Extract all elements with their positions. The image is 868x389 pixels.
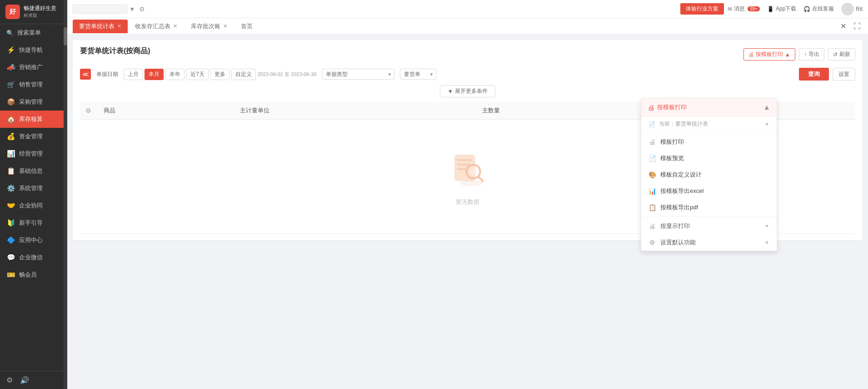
tab-inventory-batch[interactable]: 库存批次账✕ xyxy=(185,20,234,33)
tab-close-all[interactable]: ✕ xyxy=(838,21,848,31)
tab-label-inventory-batch: 库存批次账 xyxy=(191,22,220,30)
topbar-online-service[interactable]: 🎧 在线客服 xyxy=(803,5,834,13)
date-btn-this-year[interactable]: 本年 xyxy=(165,69,185,80)
dropdown-item-default-settings[interactable]: ⚙ 设置默认功能 ▼ xyxy=(641,234,777,251)
date-btn-this-month[interactable]: 本月 xyxy=(145,69,164,80)
dropdown-current-template[interactable]: 📄 当前：要货单统计表 ▼ xyxy=(641,116,777,131)
tab-home[interactable]: 首页 xyxy=(234,20,259,33)
topbar-user[interactable]: Rit xyxy=(841,3,863,15)
export-button[interactable]: ↑ 导出 xyxy=(799,48,824,61)
topbar: ▼ ⚙ 体验行业方案 ✉ 消息 99+ 📱 App下载 🎧 在线客服 Rit xyxy=(67,0,868,18)
sidebar-item-guide[interactable]: 🔰 新手引导 xyxy=(0,214,64,232)
export-label: 导出 xyxy=(808,51,819,58)
empty-state-icon xyxy=(445,147,490,192)
dropdown-header: 🖨 按模板打印 ▲ xyxy=(641,99,777,116)
message-label: 消息 xyxy=(734,5,745,13)
sound-bottom-icon[interactable]: 🔊 xyxy=(20,376,29,384)
print-btn-wrapper: 🖨 按模板打印 ▲ xyxy=(743,48,795,61)
sidebar-item-purchase[interactable]: 📦 采购管理 xyxy=(0,93,64,111)
display-print-label: 按显示打印 xyxy=(660,222,690,230)
display-print-icon: 🖨 xyxy=(649,222,656,230)
th-unit: 主计量单位 xyxy=(234,102,477,120)
order-goods-select[interactable]: 要货单 xyxy=(400,69,436,80)
current-template-label: 当前：要货单统计表 xyxy=(659,120,708,128)
topbar-message[interactable]: ✉ 消息 99+ xyxy=(728,5,760,13)
topbar-settings-icon[interactable]: ▼ xyxy=(129,5,135,13)
table-settings-gear[interactable]: ⚙ xyxy=(85,107,91,114)
print-label: 按模板打印 xyxy=(756,51,783,58)
dropdown-divider-1 xyxy=(641,132,777,133)
export-pdf-label: 按模板导出pdf xyxy=(660,203,698,212)
refresh-icon: ↺ xyxy=(833,51,838,58)
dropdown-item-template-preview[interactable]: 📄 模板预览 xyxy=(641,150,777,167)
svg-rect-1 xyxy=(454,155,475,181)
collapse-filter-button[interactable]: ≪ xyxy=(80,69,91,80)
topbar-search-input[interactable] xyxy=(73,5,127,14)
sidebar-item-marketing[interactable]: 📣 营销推广 xyxy=(0,59,64,76)
sidebar-search[interactable]: 🔍 搜索菜单 xyxy=(0,24,64,41)
settings-button[interactable]: 设置 xyxy=(833,68,855,81)
dropdown-divider-2 xyxy=(641,217,777,217)
tab-close-inventory-batch[interactable]: ✕ xyxy=(223,23,227,29)
nav-icon-finance: 💰 xyxy=(6,132,15,141)
nav-icon-enterprise: 🤝 xyxy=(6,202,15,210)
sidebar-item-system[interactable]: ⚙️ 系统管理 xyxy=(0,180,64,197)
export-excel-label: 按模板导出excel xyxy=(660,187,703,195)
sidebar-item-inventory[interactable]: 🏠 库存核算 xyxy=(0,111,64,128)
date-filter-label: 单据日期 xyxy=(96,71,118,78)
refresh-label: 刷新 xyxy=(839,51,850,58)
nav-label-system: 系统管理 xyxy=(19,184,43,192)
sidebar-item-basics[interactable]: 📋 基础信息 xyxy=(0,162,64,180)
sidebar-item-enterprise[interactable]: 🤝 企业协同 xyxy=(0,197,64,214)
trial-button[interactable]: 体验行业方案 xyxy=(680,3,724,15)
nav-icon-inventory: 🏠 xyxy=(6,115,15,123)
date-btn-custom[interactable]: 自定义 xyxy=(231,69,256,80)
dropdown-item-template-print[interactable]: 🖨 模板打印 xyxy=(641,134,777,150)
nav-label-enterprise: 企业协同 xyxy=(19,202,43,210)
refresh-button[interactable]: ↺ 刷新 xyxy=(828,48,855,61)
tab-close-order-stats[interactable]: ✕ xyxy=(117,23,121,29)
chevron-down-icon: ▼ xyxy=(448,88,453,95)
nav-label-operation: 经营管理 xyxy=(19,150,43,158)
app-edition: 标准版 xyxy=(24,12,56,19)
expand-more-button[interactable]: ▼ 展开更多条件 xyxy=(440,85,495,97)
sidebar-item-finance[interactable]: 💰 资金管理 xyxy=(0,128,64,145)
current-template-arrow: ▼ xyxy=(764,121,769,127)
date-btn-more[interactable]: 更多 xyxy=(210,69,229,80)
topbar-app-download[interactable]: 📱 App下载 xyxy=(767,5,796,13)
order-type-select[interactable]: 单据类型 xyxy=(322,69,394,80)
print-dropdown: 🖨 按模板打印 ▲ 📄 当前：要货单统计表 ▼ 🖨 模板打印 📄 模板预览 xyxy=(641,98,777,251)
expand-more-label: 展开更多条件 xyxy=(455,87,488,95)
topbar-gear-icon[interactable]: ⚙ xyxy=(139,5,145,13)
date-btn-last-7-days[interactable]: 近7天 xyxy=(186,69,209,80)
dropdown-close-button[interactable]: ▲ xyxy=(763,104,770,111)
tab-receivable-summary[interactable]: 收发存汇总表✕ xyxy=(129,20,184,33)
tab-close-receivable-summary[interactable]: ✕ xyxy=(173,23,177,29)
date-btn-last-month[interactable]: 上月 xyxy=(124,69,143,80)
dropdown-item-export-pdf[interactable]: 📋 按模板导出pdf xyxy=(641,199,777,216)
sidebar-item-member[interactable]: 🎫 畅会员 xyxy=(0,266,64,283)
th-goods: 商品 xyxy=(98,102,234,120)
default-settings-icon: ⚙ xyxy=(649,239,656,246)
tab-maximize[interactable]: ⛶ xyxy=(852,21,863,31)
sidebar-scroll-thumb[interactable] xyxy=(64,27,67,45)
dropdown-item-template-design[interactable]: 🎨 模板自定义设计 xyxy=(641,167,777,183)
settings-bottom-icon[interactable]: ⚙ xyxy=(6,376,13,384)
print-template-button[interactable]: 🖨 按模板打印 ▲ xyxy=(743,48,795,61)
sidebar-item-quick-nav[interactable]: ⚡ 快捷导航 xyxy=(0,41,64,59)
sidebar-item-operation[interactable]: 📊 经营管理 xyxy=(0,145,64,162)
sidebar: 好 畅捷通好生意 标准版 🔍 搜索菜单 ⚡ 快捷导航📣 营销推广🛒 销售管理📦 … xyxy=(0,0,64,389)
sidebar-item-sales[interactable]: 🛒 销售管理 xyxy=(0,76,64,93)
th-settings: ⚙ xyxy=(80,102,98,120)
nav-label-inventory: 库存核算 xyxy=(19,115,43,123)
chevron-up-icon: ▲ xyxy=(785,51,790,58)
sidebar-item-wechat[interactable]: 💬 企业微信 xyxy=(0,249,64,266)
dropdown-item-display-print[interactable]: 🖨 按显示打印 ▼ xyxy=(641,218,777,234)
query-button[interactable]: 查询 xyxy=(799,68,829,81)
user-name: Rit xyxy=(856,6,863,12)
nav-icon-wechat: 💬 xyxy=(6,253,15,262)
dropdown-item-export-excel[interactable]: 📊 按模板导出excel xyxy=(641,183,777,199)
sidebar-item-appstore[interactable]: 🔷 应用中心 xyxy=(0,232,64,249)
tab-label-receivable-summary: 收发存汇总表 xyxy=(135,22,170,30)
tab-order-stats[interactable]: 要货单统计表✕ xyxy=(73,20,128,33)
